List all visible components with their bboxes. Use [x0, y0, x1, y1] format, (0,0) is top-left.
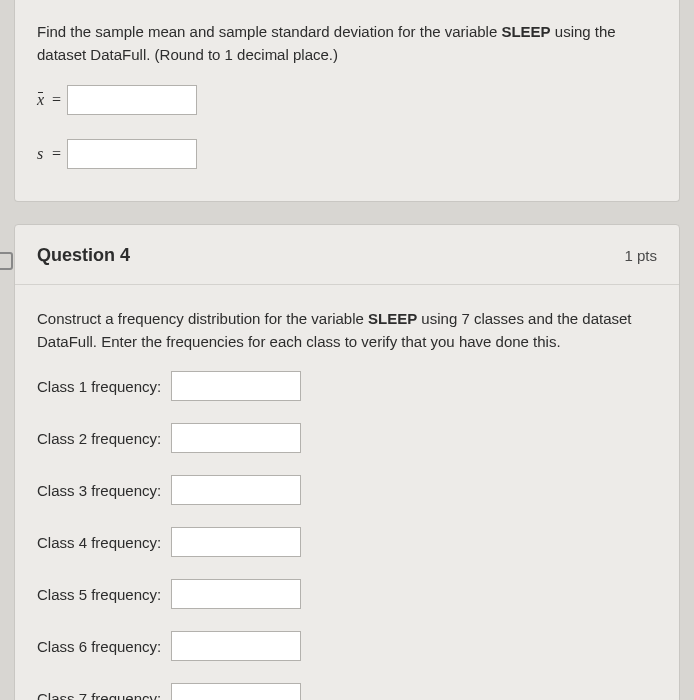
question-4-header: Question 4 1 pts — [15, 225, 679, 285]
equals-sign: = — [52, 145, 61, 163]
class-2-row: Class 2 frequency: — [37, 423, 657, 453]
class-4-label: Class 4 frequency: — [37, 534, 167, 551]
q4-instruction: Construct a frequency distribution for t… — [37, 307, 657, 354]
class-6-row: Class 6 frequency: — [37, 631, 657, 661]
question-4-title: Question 4 — [37, 245, 130, 266]
class-2-input[interactable] — [171, 423, 301, 453]
mean-input-row: x = — [37, 85, 657, 115]
class-3-row: Class 3 frequency: — [37, 475, 657, 505]
mean-symbol: x — [37, 91, 49, 109]
class-7-label: Class 7 frequency: — [37, 690, 167, 701]
question-4-body: Construct a frequency distribution for t… — [15, 285, 679, 701]
class-6-label: Class 6 frequency: — [37, 638, 167, 655]
class-5-input[interactable] — [171, 579, 301, 609]
q4-instruction-bold: SLEEP — [368, 310, 417, 327]
class-1-row: Class 1 frequency: — [37, 371, 657, 401]
class-1-input[interactable] — [171, 371, 301, 401]
class-5-label: Class 5 frequency: — [37, 586, 167, 603]
sd-input[interactable] — [67, 139, 197, 169]
class-3-input[interactable] — [171, 475, 301, 505]
class-7-row: Class 7 frequency: — [37, 683, 657, 700]
class-2-label: Class 2 frequency: — [37, 430, 167, 447]
q4-instruction-text-1: Construct a frequency distribution for t… — [37, 310, 368, 327]
question-4-card: Question 4 1 pts Construct a frequency d… — [14, 224, 680, 701]
class-5-row: Class 5 frequency: — [37, 579, 657, 609]
q3-instruction-bold: SLEEP — [501, 23, 550, 40]
question-3-body: Find the sample mean and sample standard… — [15, 0, 679, 201]
mean-input[interactable] — [67, 85, 197, 115]
question-3-card: Find the sample mean and sample standard… — [14, 0, 680, 202]
q3-instruction-text-1: Find the sample mean and sample standard… — [37, 23, 501, 40]
sd-input-row: s = — [37, 139, 657, 169]
class-7-input[interactable] — [171, 683, 301, 700]
q3-instruction: Find the sample mean and sample standard… — [37, 20, 657, 67]
equals-sign: = — [52, 91, 61, 109]
class-3-label: Class 3 frequency: — [37, 482, 167, 499]
class-4-input[interactable] — [171, 527, 301, 557]
class-1-label: Class 1 frequency: — [37, 378, 167, 395]
class-6-input[interactable] — [171, 631, 301, 661]
question-4-points: 1 pts — [624, 247, 657, 264]
class-4-row: Class 4 frequency: — [37, 527, 657, 557]
sd-symbol: s — [37, 145, 49, 163]
